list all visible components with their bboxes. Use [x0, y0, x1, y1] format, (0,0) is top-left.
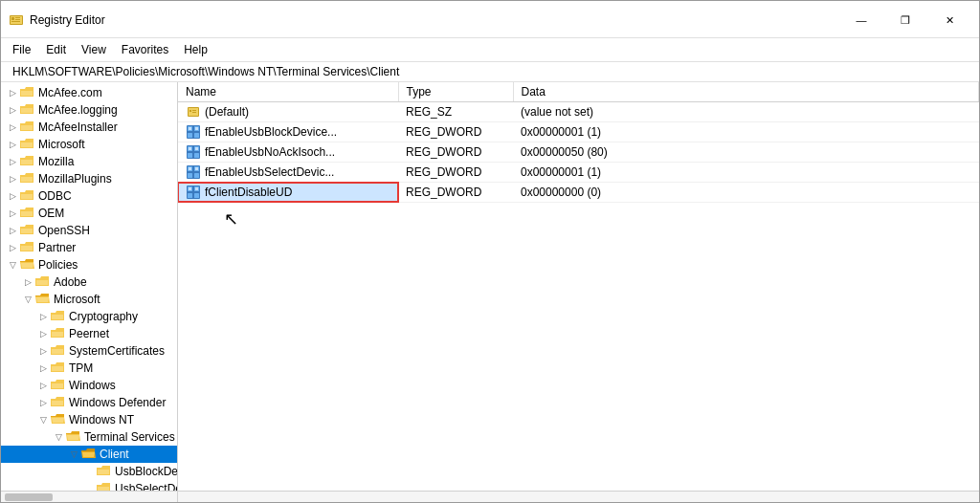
toggle-icon: ▷	[5, 223, 20, 238]
svg-marker-29	[21, 263, 33, 268]
tree-item-odbc[interactable]: ▷ ODBC	[1, 187, 177, 205]
col-data: Data	[513, 82, 979, 102]
svg-marker-18	[21, 177, 33, 182]
detail-pane: Name Type Data	[178, 82, 979, 491]
toggle-icon: ▽	[20, 292, 35, 307]
folder-icon	[20, 207, 35, 220]
menu-help[interactable]: Help	[176, 40, 215, 59]
tree-item-openssh[interactable]: ▷ OpenSSH	[1, 222, 177, 239]
toggle-icon: ▽	[51, 429, 66, 445]
folder-icon	[51, 361, 66, 375]
tree-item-client[interactable]: ▽ Client	[1, 446, 177, 463]
svg-marker-24	[21, 229, 33, 233]
folder-icon	[20, 103, 35, 117]
tree-label: Terminal Services	[84, 430, 175, 444]
svg-rect-72	[192, 112, 196, 113]
tree-item-usbselectdev[interactable]: ▷ UsbSelectDev...	[1, 480, 177, 491]
tree-item-terminal-services[interactable]: ▽ Terminal Services	[1, 428, 177, 446]
toggle-icon: ▽	[66, 447, 81, 462]
svg-marker-10	[21, 108, 33, 113]
folder-icon	[35, 275, 51, 289]
name-cell[interactable]: fEnableUsbNoAckIsoch...	[178, 142, 398, 163]
tree-item-usbblockdevi[interactable]: ▷ UsbBlockDevi...	[1, 463, 177, 480]
svg-marker-14	[21, 142, 33, 147]
svg-rect-2	[11, 17, 14, 20]
tree-item-cryptography[interactable]: ▷ Cryptography	[1, 308, 177, 325]
svg-marker-31	[36, 280, 48, 285]
dword-icon	[186, 164, 201, 180]
tree-item-mozillaplugins[interactable]: ▷ MozillaPlugins	[1, 170, 177, 187]
entry-name-selected: fClientDisableUD	[205, 186, 292, 199]
svg-rect-71	[192, 110, 196, 111]
tree-pane[interactable]: ▷ McAfee.com ▷ McAfee.logging ▷	[1, 82, 178, 491]
tree-item-mcafee-logging[interactable]: ▷ McAfee.logging	[1, 101, 177, 119]
data-cell: 0x00000001 (1)	[513, 163, 979, 183]
folder-icon	[97, 465, 112, 478]
close-button[interactable]: ✕	[927, 7, 971, 33]
name-cell[interactable]: fEnableUsbBlockDevice...	[178, 122, 398, 142]
data-cell: (value not set)	[513, 102, 979, 122]
menu-edit[interactable]: Edit	[38, 40, 74, 59]
tree-label: MozillaPlugins	[38, 172, 112, 186]
svg-rect-99	[189, 187, 191, 190]
toggle-icon: ▷	[5, 188, 20, 204]
menu-view[interactable]: View	[74, 40, 114, 59]
tree-item-windows[interactable]: ▷ Windows	[1, 377, 177, 394]
table-row-selected[interactable]: fClientDisableUD REG_DWORD 0x00000000 (0…	[178, 183, 979, 203]
folder-icon	[20, 224, 35, 237]
type-cell: REG_DWORD	[398, 183, 513, 203]
tree-item-mcafeeinstaller[interactable]: ▷ McAfeeInstaller	[1, 119, 177, 136]
svg-marker-52	[67, 435, 79, 440]
menu-favorites[interactable]: Favorites	[114, 40, 176, 59]
name-cell[interactable]: fEnableUsbSelectDevic...	[178, 163, 398, 183]
tree-item-oem[interactable]: ▷ OEM	[1, 205, 177, 222]
address-path: HKLM\SOFTWARE\Policies\Microsoft\Windows…	[12, 65, 399, 78]
type-cell: REG_SZ	[398, 102, 513, 122]
tree-item-partner[interactable]: ▷ Partner	[1, 239, 177, 256]
tree-scrollbar-thumb[interactable]	[5, 493, 53, 501]
tree-item-ms-policies[interactable]: ▽ Microsoft	[1, 291, 177, 308]
folder-icon-open	[81, 448, 97, 461]
table-row[interactable]: fEnableUsbSelectDevic... REG_DWORD 0x000…	[178, 163, 979, 183]
table-row[interactable]: fEnableUsbNoAckIsoch... REG_DWORD 0x0000…	[178, 142, 979, 163]
name-cell[interactable]: (Default)	[178, 102, 398, 122]
svg-marker-26	[21, 246, 33, 251]
tree-item-systemcertificates[interactable]: ▷ SystemCertificates	[1, 342, 177, 360]
tree-item-mozilla[interactable]: ▷ Mozilla	[1, 153, 177, 170]
tree-item-mcafee-com[interactable]: ▷ McAfee.com	[1, 84, 177, 101]
svg-rect-83	[188, 153, 192, 158]
data-cell: 0x00000000 (0)	[513, 183, 979, 203]
toggle-icon: ▷	[5, 102, 20, 118]
tree-item-windows-nt[interactable]: ▽ Windows NT	[1, 411, 177, 428]
svg-marker-42	[52, 366, 63, 371]
svg-marker-27	[20, 259, 33, 262]
folder-icon	[20, 155, 35, 168]
col-name: Name	[178, 82, 398, 102]
svg-marker-53	[81, 448, 95, 451]
table-row[interactable]: (Default) REG_SZ (value not set)	[178, 102, 979, 122]
table-row[interactable]: fEnableUsbBlockDevice... REG_DWORD 0x000…	[178, 122, 979, 142]
type-cell: REG_DWORD	[398, 142, 513, 163]
minimize-button[interactable]: —	[839, 7, 883, 33]
tree-item-adobe[interactable]: ▷ Adobe	[1, 273, 177, 291]
toggle-icon: ▷	[20, 274, 35, 290]
tree-item-policies[interactable]: ▽ Policies	[1, 256, 177, 273]
tree-item-windows-defender[interactable]: ▷ Windows Defender	[1, 394, 177, 411]
folder-icon	[51, 310, 66, 323]
tree-item-microsoft[interactable]: ▷ Microsoft	[1, 136, 177, 153]
dword-icon	[186, 185, 201, 200]
tree-label: UsbSelectDev...	[115, 482, 178, 491]
toggle-icon: ▽	[35, 412, 51, 427]
tree-label: Microsoft	[54, 293, 100, 306]
entry-name: fEnableUsbNoAckIsoch...	[205, 145, 335, 159]
tree-item-peernet[interactable]: ▷ Peernet	[1, 325, 177, 342]
maximize-button[interactable]: ❐	[883, 7, 927, 33]
toggle-icon: ▷	[35, 309, 51, 324]
entry-name: fEnableUsbBlockDevice...	[205, 125, 337, 139]
folder-icon	[20, 189, 35, 203]
folder-icon	[51, 396, 66, 409]
menu-file[interactable]: File	[5, 40, 38, 59]
tree-item-tpm[interactable]: ▷ TPM	[1, 360, 177, 377]
tree-label: McAfeeInstaller	[38, 120, 118, 134]
name-cell-selected[interactable]: fClientDisableUD	[178, 183, 398, 203]
